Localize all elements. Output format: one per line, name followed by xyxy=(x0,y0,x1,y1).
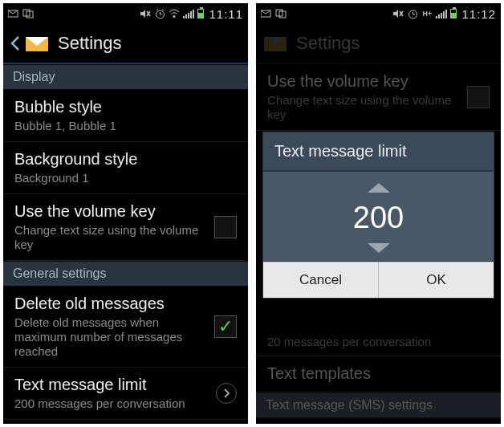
item-subtitle: 200 messages per conversation xyxy=(14,396,208,411)
decrement-button[interactable] xyxy=(368,243,390,253)
checkbox-unchecked xyxy=(467,86,490,108)
item-text-templates: Text templates xyxy=(256,356,501,392)
increment-button[interactable] xyxy=(368,183,390,193)
screenshot-icon xyxy=(275,8,287,19)
item-subtitle: Background 1 xyxy=(14,171,237,185)
item-title: Use the volume key xyxy=(14,201,206,222)
svg-point-8 xyxy=(173,15,176,18)
item-subtitle: Change text size using the volume key xyxy=(14,223,206,252)
chevron-right-icon xyxy=(216,383,237,404)
number-picker-dialog: Text message limit 200 Cancel OK xyxy=(262,132,494,299)
battery-icon xyxy=(450,9,457,18)
wifi-icon xyxy=(169,8,180,19)
status-clock: 11:11 xyxy=(209,7,243,21)
checkbox-checked[interactable]: ✓ xyxy=(214,315,237,338)
header-title: Settings xyxy=(58,33,122,54)
ok-button[interactable]: OK xyxy=(378,262,494,298)
item-subtitle: 20 messages per conversation xyxy=(267,335,431,349)
svg-line-6 xyxy=(156,9,158,10)
mute-icon xyxy=(140,8,151,19)
status-bar: H+ 11:12 xyxy=(256,3,501,24)
alarm-icon xyxy=(154,8,165,19)
left-screen: 11:11 Settings Display Bubble style Bubb… xyxy=(3,3,248,424)
number-picker: 200 xyxy=(263,172,494,262)
section-general: General settings xyxy=(3,261,248,287)
status-bar: 11:11 xyxy=(3,3,248,24)
svg-line-7 xyxy=(162,9,164,10)
item-subtitle: Bubble 1, Bubble 1 xyxy=(14,119,237,133)
item-title: Delete old messages xyxy=(14,294,206,314)
item-volume-key[interactable]: Use the volume key Change text size usin… xyxy=(3,194,248,261)
data-icon: H+ xyxy=(421,8,433,19)
notification-icon xyxy=(8,8,19,19)
item-volume-key: Use the volume key Change text size usin… xyxy=(256,64,501,131)
checkbox-unchecked[interactable] xyxy=(214,216,237,238)
back-icon[interactable] xyxy=(10,38,21,49)
item-bubble-style[interactable]: Bubble style Bubble 1, Bubble 1 xyxy=(3,90,248,142)
item-title: Text message limit xyxy=(14,375,208,395)
item-title: Background style xyxy=(14,149,237,169)
item-title: Bubble style xyxy=(14,97,237,117)
notification-icon xyxy=(261,8,272,19)
screenshot-icon xyxy=(22,8,34,19)
item-delete-old-messages[interactable]: Delete old messages Delete old messages … xyxy=(3,287,248,368)
item-subtitle: Change text size using the volume key xyxy=(267,93,459,122)
email-app-icon xyxy=(24,34,50,53)
signal-icon xyxy=(436,9,447,18)
email-app-icon xyxy=(262,34,288,53)
item-text-message-limit[interactable]: Text message limit 200 messages per conv… xyxy=(3,368,248,420)
item-subtitle: Delete old messages when maximum number … xyxy=(14,315,206,359)
item-background-style[interactable]: Background style Background 1 xyxy=(3,142,248,194)
mute-icon xyxy=(392,8,404,19)
signal-icon xyxy=(183,9,194,18)
dialog-title: Text message limit xyxy=(263,132,494,172)
item-title: Use the volume key xyxy=(267,71,459,92)
check-icon: ✓ xyxy=(218,318,233,336)
app-header: Settings xyxy=(256,24,501,64)
app-header: Settings xyxy=(3,24,248,64)
section-display: Display xyxy=(3,64,248,90)
picker-value[interactable]: 200 xyxy=(329,197,428,238)
item-mms-limit-sub: 20 messages per conversation xyxy=(256,330,501,356)
alarm-icon xyxy=(407,8,418,19)
right-screen: H+ 11:12 Settings Use the volume key Cha… xyxy=(256,3,501,424)
status-clock: 11:12 xyxy=(461,7,496,21)
header-title: Settings xyxy=(296,33,360,54)
battery-icon xyxy=(197,9,204,18)
item-title: Text templates xyxy=(267,364,371,384)
section-sms-settings: Text message (SMS) settings xyxy=(256,392,501,418)
cancel-button[interactable]: Cancel xyxy=(263,262,378,298)
